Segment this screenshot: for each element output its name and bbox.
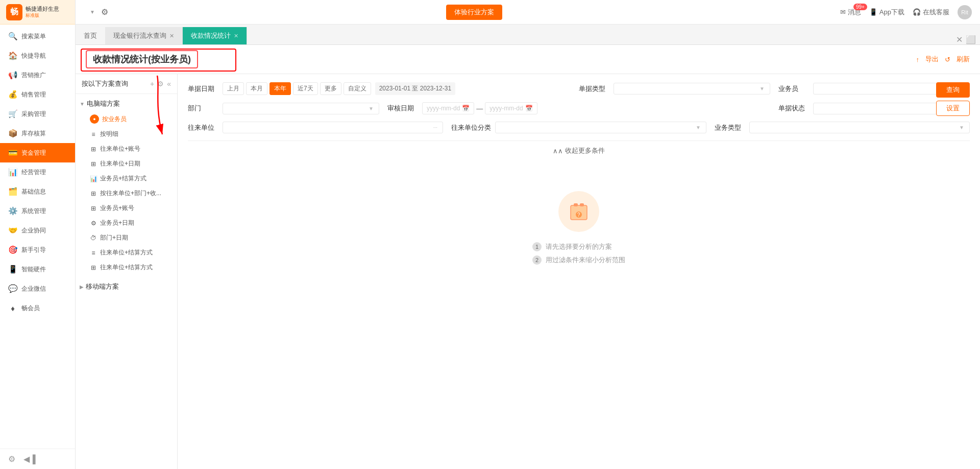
scheme-item-salesman-date[interactable]: ⚙ 业务员+日期 [76, 216, 177, 230]
date-separator: — [476, 105, 483, 112]
sidebar-item-corp[interactable]: 🤝 企业协同 [0, 221, 75, 240]
collapse-conditions-btn[interactable]: ∧∧ 收起更多条件 [188, 140, 970, 160]
dept-label: 部门 [188, 104, 218, 113]
filter-collapse-btn[interactable]: « [167, 80, 171, 88]
tab-bank-flow[interactable]: 现金银行流水查询 ✕ [105, 27, 183, 44]
logo-area: 畅 畅捷通好生意 标准版 [0, 0, 75, 25]
tab-bank-flow-label: 现金银行流水查询 [113, 31, 166, 40]
sidebar-item-system[interactable]: ⚙️ 系统管理 [0, 201, 75, 221]
search-menu-label: 搜索菜单 [21, 32, 46, 41]
sidebar-item-operations[interactable]: 📊 经营管理 [0, 162, 75, 182]
active-dot-icon: ● [90, 114, 99, 124]
scheme-item-dept-date[interactable]: ⏱ 部门+日期 [76, 230, 177, 245]
app-download-btn[interactable]: 📱 App下载 [869, 8, 904, 17]
scheme-item-partner-date[interactable]: ⊞ 往来单位+日期 [76, 156, 177, 171]
scheme-group-desktop-header[interactable]: ▼ 电脑端方案 [76, 96, 177, 111]
base-info-icon: 🗂️ [8, 187, 17, 196]
export-icon: ↑ [916, 56, 920, 63]
purchase-icon: 🛒 [8, 109, 17, 119]
logo-text: 畅捷通好生意 [26, 5, 59, 12]
topbar-settings-icon[interactable]: ⚙ [101, 7, 108, 17]
tab-close-all-icon[interactable]: ✕ [956, 35, 963, 44]
date-btn-more[interactable]: 更多 [320, 82, 341, 95]
query-button[interactable]: 查询 [936, 82, 970, 98]
wechat-label: 企业微信 [21, 285, 46, 293]
scheme-item-detail[interactable]: ≡ 按明细 [76, 127, 177, 142]
member-icon: ♦ [8, 303, 17, 313]
sidebar-item-marketing[interactable]: 📢 营销推广 [0, 65, 75, 85]
export-btn[interactable]: 导出 [925, 55, 939, 64]
sidebar-item-search-menu[interactable]: 🔍 搜索菜单 [0, 27, 75, 46]
sidebar-item-finance[interactable]: 💳 资金管理 [0, 143, 75, 162]
tab-bank-flow-close[interactable]: ✕ [169, 33, 174, 39]
date-btn-7days[interactable]: 近7天 [293, 82, 318, 95]
scheme-group-desktop-label: 电脑端方案 [87, 99, 120, 108]
system-icon: ⚙️ [8, 206, 17, 216]
page-header: 收款情况统计(按业务员) ↑ 导出 ↺ 刷新 [76, 45, 980, 74]
scheme-item-salesman-settle[interactable]: 📊 业务员+结算方式 [76, 171, 177, 186]
sales-label: 销售管理 [21, 90, 46, 99]
scheme-item-partner-dept[interactable]: ⊞ 按往来单位+部门+收... [76, 186, 177, 201]
trial-btn[interactable]: 体验行业方案 [446, 5, 502, 20]
topbar: ▼ ⚙ 体验行业方案 ✉ 消息 99+ 📱 App下载 🎧 在线客服 Rit [76, 0, 980, 25]
page-actions: ↑ 导出 ↺ 刷新 [916, 55, 970, 64]
scheme-group-mobile-header[interactable]: ▶ 移动端方案 [76, 279, 177, 294]
collapse-icon: ∧∧ [553, 147, 563, 155]
sidebar-item-newbie[interactable]: 🎯 新手引导 [0, 240, 75, 260]
partner-select[interactable]: ··· [223, 122, 443, 133]
breadcrumb-dropdown-icon[interactable]: ▼ [90, 9, 95, 15]
filter-sidebar-header: 按以下方案查询 + ⚙ « [76, 74, 177, 94]
notification-btn[interactable]: ✉ 消息 99+ [840, 8, 861, 17]
scheme-item-partner-settle1[interactable]: ≡ 往来单位+结算方式 [76, 245, 177, 260]
empty-step-2: 2 用过滤条件来缩小分析范围 [532, 255, 625, 265]
salesman-label: 业务员 [778, 84, 809, 93]
date-btn-this-month[interactable]: 本月 [246, 82, 267, 95]
footer-settings-icon[interactable]: ⚙ [8, 454, 15, 464]
online-service-btn[interactable]: 🎧 在线客服 [913, 8, 949, 17]
partner-settle2-icon: ⊞ [90, 264, 97, 271]
tab-maximize-icon[interactable]: ⬜ [966, 35, 976, 44]
sidebar-item-purchase[interactable]: 🛒 采购管理 [0, 104, 75, 124]
sidebar-item-inventory[interactable]: 📦 库存核算 [0, 124, 75, 143]
sidebar-item-wechat[interactable]: 💬 企业微信 [0, 279, 75, 298]
sidebar-item-quick-nav[interactable]: 🏠 快捷导航 [0, 46, 75, 65]
system-label: 系统管理 [21, 207, 46, 216]
footer-collapse-icon[interactable]: ◀▐ [23, 454, 35, 464]
refresh-btn[interactable]: 刷新 [957, 55, 970, 64]
sidebar-item-member[interactable]: ♦ 畅会员 [0, 298, 75, 318]
sidebar-item-sales[interactable]: 💰 销售管理 [0, 85, 75, 104]
dept-select[interactable]: ▼ [223, 103, 379, 114]
service-icon: 🎧 [913, 8, 921, 16]
finance-icon: 💳 [8, 148, 17, 157]
refresh-icon: ↺ [945, 56, 950, 63]
tab-receipt-stats[interactable]: 收款情况统计 ✕ [183, 27, 247, 44]
message-icon: ✉ [840, 8, 846, 16]
review-date-start[interactable]: yyyy-mm-dd 📅 [422, 102, 474, 114]
scheme-item-partner-settle2[interactable]: ⊞ 往来单位+结算方式 [76, 260, 177, 275]
date-btn-this-year[interactable]: 本年 [270, 82, 291, 95]
sidebar-item-base-info[interactable]: 🗂️ 基础信息 [0, 182, 75, 201]
search-menu-icon: 🔍 [8, 32, 17, 41]
tab-home[interactable]: 首页 [76, 27, 105, 44]
review-date-end[interactable]: yyyy-mm-dd 📅 [485, 102, 537, 114]
filter-settings-btn[interactable]: ⚙ [157, 80, 164, 88]
date-btn-custom[interactable]: 自定义 [344, 82, 371, 95]
partner-category-select[interactable]: ▼ [495, 122, 706, 133]
scheme-group-expand-icon: ▼ [80, 101, 85, 107]
date-btn-last-month[interactable]: 上月 [223, 82, 244, 95]
corp-label: 企业协同 [21, 226, 46, 235]
scheme-item-salesman-account[interactable]: ⊞ 业务员+账号 [76, 201, 177, 216]
smart-hw-icon: 📱 [8, 265, 17, 274]
business-type-select[interactable]: ▼ [749, 122, 970, 133]
tab-receipt-stats-close[interactable]: ✕ [234, 33, 238, 39]
settings-button[interactable]: 设置 [936, 101, 970, 116]
doc-type-select[interactable]: ▼ [614, 83, 770, 95]
user-avatar[interactable]: Rit [958, 5, 972, 19]
scheme-item-by-salesman[interactable]: ● 按业务员 [76, 111, 177, 127]
sidebar: 畅 畅捷通好生意 标准版 🔍 搜索菜单 🏠 快捷导航 📢 营销推广 💰 销售管理… [0, 0, 76, 469]
sidebar-item-smart-hw[interactable]: 📱 智能硬件 [0, 260, 75, 279]
scheme-item-partner-account[interactable]: ⊞ 往来单位+账号 [76, 142, 177, 156]
tab-home-label: 首页 [84, 31, 97, 40]
marketing-icon: 📢 [8, 71, 17, 80]
filter-add-btn[interactable]: + [150, 80, 154, 88]
